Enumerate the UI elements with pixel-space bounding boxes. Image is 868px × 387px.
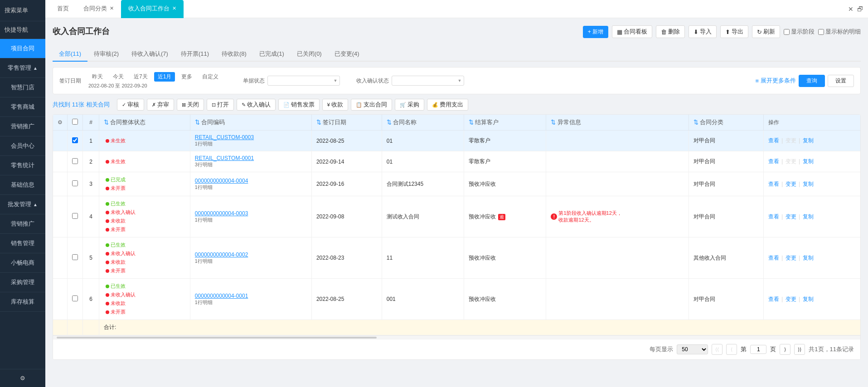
view-btn-6[interactable]: 查看 xyxy=(768,296,779,302)
filter-date-last1m[interactable]: 近1月 xyxy=(154,72,175,82)
refresh-button[interactable]: ↻ 刷新 xyxy=(752,25,780,38)
td-checkbox-2[interactable] xyxy=(68,151,83,172)
tab-home[interactable]: 首页 xyxy=(50,0,76,18)
row-checkbox-1[interactable] xyxy=(72,137,78,143)
expense-contract-btn[interactable]: 📋 支出合同 xyxy=(351,99,392,111)
purchase-btn[interactable]: 🛒 采购 xyxy=(395,99,424,111)
show-fields-input[interactable] xyxy=(784,29,790,35)
show-fields-checkbox[interactable]: 显示阶段 xyxy=(784,28,815,36)
sub-tab-pending-review[interactable]: 待审核(2) xyxy=(87,47,125,62)
sub-tab-pending-invoice[interactable]: 待开票(11) xyxy=(175,47,215,62)
filter-income-confirm-select[interactable] xyxy=(392,76,464,86)
sub-tab-pending-payment[interactable]: 待收款(8) xyxy=(215,47,253,62)
sidebar-settings[interactable]: ⚙ xyxy=(0,369,45,387)
view-btn-2[interactable]: 查看 xyxy=(768,158,779,164)
row-checkbox-3[interactable] xyxy=(72,180,78,186)
copy-btn-6[interactable]: 复制 xyxy=(803,296,814,302)
sidebar-item-xiaochang[interactable]: 小畅电商 xyxy=(0,253,45,273)
sub-tab-all[interactable]: 全部(11) xyxy=(53,47,87,62)
contract-code-link-1[interactable]: RETAIL_CUSTOM-0003 xyxy=(195,134,307,140)
filter-date-yesterday[interactable]: 昨天 xyxy=(88,72,107,82)
copy-btn-1[interactable]: 复制 xyxy=(803,137,814,144)
row-checkbox-5[interactable] xyxy=(72,254,78,260)
th-settings[interactable]: ⚙ xyxy=(53,115,68,131)
copy-btn-5[interactable]: 复制 xyxy=(803,255,814,261)
filter-date-more[interactable]: 更多 xyxy=(178,72,196,82)
change-btn-3[interactable]: 变更 xyxy=(786,181,796,187)
sidebar-item-project[interactable]: 项目合同 xyxy=(0,39,45,58)
sidebar-item-marketing[interactable]: 营销推广 xyxy=(0,117,45,136)
import-button[interactable]: ⬇ 导入 xyxy=(689,25,717,38)
change-btn-6[interactable]: 变更 xyxy=(786,296,796,302)
query-button[interactable]: 查询 xyxy=(799,75,825,87)
sub-tab-closed[interactable]: 已关闭(0) xyxy=(291,47,328,62)
tab-contract-cat-close[interactable]: ✕ xyxy=(110,5,114,11)
sidebar-item-basic-info[interactable]: 基础信息 xyxy=(0,175,45,195)
export-button[interactable]: ⬆ 导出 xyxy=(720,25,748,38)
sidebar-item-sales-mgmt[interactable]: 销售管理 xyxy=(0,234,45,253)
tab-contract-cat[interactable]: 合同分类 ✕ xyxy=(76,0,121,18)
filter-date-today[interactable]: 今天 xyxy=(109,72,127,82)
sidebar-search[interactable]: 搜索菜单 xyxy=(0,0,45,21)
review-btn[interactable]: ✓ 审核 xyxy=(117,99,144,111)
delete-button[interactable]: 🗑 删除 xyxy=(656,25,685,38)
tab-income-workbench-close[interactable]: ✕ xyxy=(172,5,176,11)
sidebar-item-inventory[interactable]: 库存核算 xyxy=(0,292,45,312)
horizontal-scrollbar[interactable] xyxy=(57,337,377,339)
sub-tab-completed[interactable]: 已完成(1) xyxy=(253,47,291,62)
copy-btn-2[interactable]: 复制 xyxy=(803,158,814,164)
td-checkbox-3[interactable] xyxy=(68,172,83,196)
show-marks-checkbox[interactable]: 显示标的明细 xyxy=(818,28,861,36)
next-page-btn[interactable]: ⟩ xyxy=(780,344,790,355)
td-checkbox-5[interactable] xyxy=(68,237,83,279)
income-confirm-btn[interactable]: ✎ 收入确认 xyxy=(237,99,276,111)
view-btn-1[interactable]: 查看 xyxy=(768,137,779,144)
filter-settings-button[interactable]: 设置 xyxy=(828,75,854,87)
row-checkbox-6[interactable] xyxy=(72,295,78,301)
contract-code-link-2[interactable]: RETAIL_CUSTOM-0001 xyxy=(195,155,307,161)
filter-expand-btn[interactable]: ≡ 展开更多条件 xyxy=(755,75,796,87)
sidebar-item-retail-stats[interactable]: 零售统计 xyxy=(0,156,45,175)
sidebar-item-retail-mall[interactable]: 零售商城 xyxy=(0,97,45,117)
table-scroll[interactable]: ⚙ # ⇅ 合同整体状态 ⇅ 合同编码 xyxy=(53,115,860,335)
row-checkbox-2[interactable] xyxy=(72,158,78,164)
sidebar-item-member[interactable]: 会员中心 xyxy=(0,136,45,156)
abandon-review-btn[interactable]: ✗ 弃审 xyxy=(147,99,174,111)
filter-date-custom[interactable]: 自定义 xyxy=(199,72,222,82)
row-checkbox-4[interactable] xyxy=(72,213,78,219)
last-page-btn[interactable]: ⟩⟩ xyxy=(794,344,805,355)
filter-doc-status-select[interactable] xyxy=(267,76,340,86)
change-btn-4[interactable]: 变更 xyxy=(786,213,796,220)
first-page-btn[interactable]: ⟨⟨ xyxy=(712,344,723,355)
open-contract-btn[interactable]: ⊡ 打开 xyxy=(207,99,234,111)
close-all-tabs-btn[interactable]: ✕ xyxy=(848,5,853,13)
contract-panel-button[interactable]: ▦ 合同看板 xyxy=(612,25,652,38)
close-contract-btn[interactable]: ⊠ 关闭 xyxy=(177,99,204,111)
select-all-checkbox[interactable] xyxy=(72,119,78,125)
contract-code-link-5[interactable]: 0000000000004-0002 xyxy=(195,252,307,258)
change-btn-5[interactable]: 变更 xyxy=(786,255,796,261)
sidebar-item-smart-store[interactable]: 智慧门店 xyxy=(0,78,45,97)
th-checkbox[interactable] xyxy=(68,115,83,131)
sidebar-item-wholesale-mgmt[interactable]: 批发管理 ▲ xyxy=(0,195,45,214)
page-size-select[interactable]: 50 10 20 100 xyxy=(677,344,708,354)
sidebar-item-purchase-mgmt[interactable]: 采购管理 xyxy=(0,273,45,292)
view-btn-4[interactable]: 查看 xyxy=(768,213,779,220)
view-btn-3[interactable]: 查看 xyxy=(768,181,779,187)
td-checkbox-4[interactable] xyxy=(68,196,83,237)
sub-tab-changed[interactable]: 已变更(4) xyxy=(328,47,366,62)
restore-window-btn[interactable]: 🗗 xyxy=(857,5,863,13)
new-button[interactable]: + 新增 xyxy=(583,26,608,38)
page-input[interactable] xyxy=(750,345,766,354)
td-checkbox-6[interactable] xyxy=(68,279,83,320)
copy-btn-3[interactable]: 复制 xyxy=(803,181,814,187)
prev-page-btn[interactable]: ⟨ xyxy=(726,344,737,355)
sidebar-item-marketing2[interactable]: 营销推广 xyxy=(0,214,45,234)
show-marks-input[interactable] xyxy=(818,29,824,35)
payment-btn[interactable]: ¥ 收款 xyxy=(322,99,348,111)
td-checkbox-1[interactable] xyxy=(68,131,83,151)
copy-btn-4[interactable]: 复制 xyxy=(803,213,814,220)
tab-income-workbench[interactable]: 收入合同工作台 ✕ xyxy=(121,0,184,18)
contract-code-link-3[interactable]: 0000000000004-0004 xyxy=(195,178,307,184)
contract-code-link-4[interactable]: 0000000000004-0003 xyxy=(195,210,307,217)
